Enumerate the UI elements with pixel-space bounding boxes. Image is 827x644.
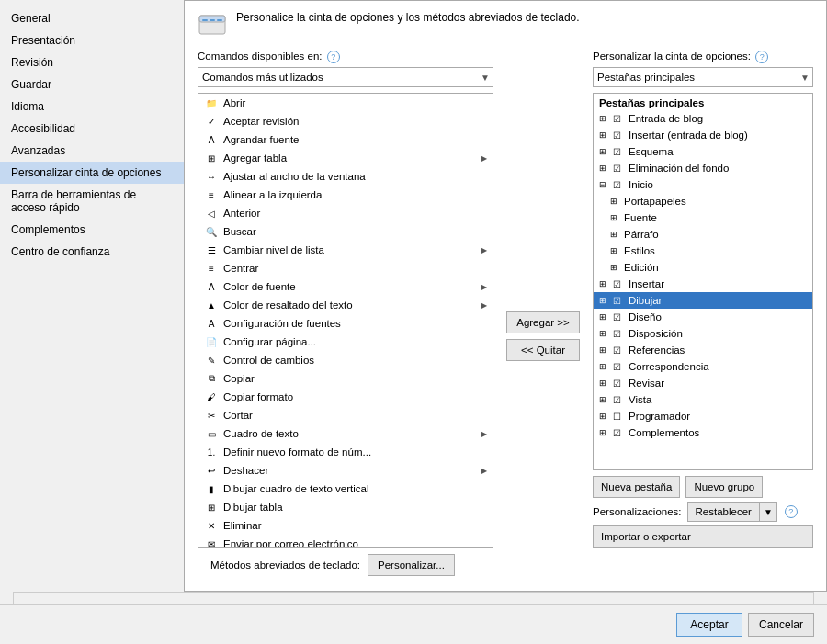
add-button[interactable]: Agregar >> (506, 311, 580, 333)
sidebar-item-presentacion[interactable]: Presentación (0, 29, 184, 51)
tree-item[interactable]: ⊞☑Diseño (594, 309, 812, 325)
list-item-label: Ajustar al ancho de la ventana (223, 171, 366, 182)
tree-item[interactable]: ⊞☑Eliminación del fondo (594, 160, 812, 176)
list-item[interactable]: AColor de fuente (198, 277, 493, 296)
sidebar-item-accesibilidad[interactable]: Accesibilidad (0, 118, 184, 140)
tree-item[interactable]: ⊞☑Insertar (594, 276, 812, 292)
tree-item[interactable]: ⊞☑Dibujar (594, 292, 812, 309)
panel-body: Comandos disponibles en: ? Comandos más … (198, 51, 813, 548)
list-item[interactable]: ≡Alinear a la izquierda (198, 186, 493, 204)
tree-item[interactable]: ⊞☑Referencias (594, 342, 812, 358)
sidebar-item-idioma[interactable]: Idioma (0, 96, 184, 118)
tree-item[interactable]: ⊞Estilos (594, 243, 812, 259)
list-item[interactable]: 1.Definir nuevo formato de núm... (198, 443, 493, 461)
list-item[interactable]: ⊞Agregar tabla (198, 149, 493, 167)
personalization-help-icon[interactable]: ? (785, 505, 798, 518)
list-item[interactable]: ↩Deshacer (198, 461, 493, 480)
tree-item[interactable]: ⊞☑Revisar (594, 375, 812, 391)
list-item[interactable]: ▭Cuadro de texto (198, 424, 493, 443)
new-group-button[interactable]: Nuevo grupo (685, 476, 763, 498)
tree-item-label: Referencias (629, 345, 807, 356)
sidebar-item-centro-confianza[interactable]: Centro de confianza (0, 241, 184, 263)
expand-icon: ⊞ (610, 213, 621, 222)
tree-item[interactable]: ⊞☑Esquema (594, 143, 812, 160)
ribbon-dropdown[interactable]: Pestañas principales (593, 67, 813, 87)
list-item[interactable]: ▲Color de resaltado del texto (198, 296, 493, 314)
tree-item-label: Edición (624, 262, 807, 273)
list-item[interactable]: ↔Ajustar al ancho de la ventana (198, 167, 493, 186)
list-item[interactable]: AConfiguración de fuentes (198, 314, 493, 333)
scrollbar-track[interactable] (14, 593, 813, 604)
main-panel: Personalice la cinta de opciones y los m… (184, 0, 827, 592)
sidebar-item-personalizar-cinta[interactable]: Personalizar cinta de opciones (0, 162, 184, 184)
expand-icon: ⊞ (599, 296, 610, 305)
new-tab-button[interactable]: Nueva pestaña (593, 476, 680, 498)
list-item-label: Agregar tabla (223, 153, 287, 164)
keyboard-label: Métodos abreviados de teclado: (210, 559, 360, 571)
ribbon-dropdown-wrapper: Pestañas principales ▼ (593, 67, 813, 87)
commands-list[interactable]: 📁Abrir✓Aceptar revisiónAAgrandar fuente⊞… (198, 93, 493, 548)
list-item-label: Copiar formato (223, 391, 293, 402)
list-item[interactable]: 📁Abrir (198, 94, 493, 112)
list-item[interactable]: ✉Enviar por correo electrónico (198, 535, 493, 548)
ribbon-tree[interactable]: Pestañas principales⊞☑Entrada de blog⊞☑I… (593, 93, 813, 470)
list-item[interactable]: ✎Control de cambios (198, 351, 493, 369)
list-item[interactable]: ✂Cortar (198, 406, 493, 424)
svg-rect-4 (217, 19, 222, 21)
commands-help-icon[interactable]: ? (327, 51, 340, 63)
list-item[interactable]: ✕Eliminar (198, 516, 493, 535)
sidebar-item-avanzadas[interactable]: Avanzadas (0, 140, 184, 162)
list-item-label: Dibujar tabla (223, 502, 283, 513)
tree-item[interactable]: ⊞☑Entrada de blog (594, 110, 812, 127)
sidebar-item-general[interactable]: General (0, 7, 184, 29)
list-item[interactable]: 📄Configurar página... (198, 333, 493, 351)
list-item[interactable]: 🔍Buscar (198, 222, 493, 241)
tree-item[interactable]: ⊞☑Complementos (594, 424, 812, 441)
checkbox-icon: ☑ (613, 147, 626, 157)
commands-dropdown[interactable]: Comandos más utilizados (198, 67, 493, 87)
sidebar-item-revision[interactable]: Revisión (0, 51, 184, 73)
import-export-button[interactable]: Importar o exportar (593, 525, 813, 548)
list-item[interactable]: AAgrandar fuente (198, 130, 493, 149)
tree-item[interactable]: ⊞☐Programador (594, 408, 812, 424)
cancel-button[interactable]: Cancelar (748, 613, 814, 637)
reset-dropdown-arrow[interactable]: ▼ (760, 502, 777, 522)
tree-item-label: Insertar (629, 278, 807, 289)
personalization-row: Personalizaciones: Restablecer ▼ ? (593, 502, 813, 522)
tree-item[interactable]: ⊞Edición (594, 259, 812, 276)
ribbon-help-icon[interactable]: ? (755, 51, 768, 63)
tree-item-label: Portapapeles (624, 196, 807, 207)
personalizar-button[interactable]: Personalizar... (368, 554, 455, 576)
list-item-icon: ✓ (204, 114, 219, 129)
checkbox-icon: ☑ (613, 130, 626, 141)
list-item[interactable]: ◁Anterior (198, 204, 493, 222)
tree-item[interactable]: ⊞☑Insertar (entrada de blog) (594, 127, 812, 143)
tree-item[interactable]: ⊞Fuente (594, 209, 812, 226)
list-item[interactable]: ≡Centrar (198, 259, 493, 277)
reset-button[interactable]: Restablecer (687, 502, 760, 522)
list-item[interactable]: ⧉Copiar (198, 369, 493, 388)
tree-item[interactable]: ⊞Párrafo (594, 226, 812, 243)
sidebar-item-barra-herramientas[interactable]: Barra de herramientas de acceso rápido (0, 184, 184, 219)
tree-item[interactable]: ⊞☑Correspondencia (594, 358, 812, 375)
list-item[interactable]: ▮Dibujar cuadro de texto vertical (198, 480, 493, 498)
list-item[interactable]: ⊞Dibujar tabla (198, 498, 493, 516)
tree-item[interactable]: ⊟☑Inicio (594, 176, 812, 193)
list-item[interactable]: 🖌Copiar formato (198, 388, 493, 406)
list-item[interactable]: ✓Aceptar revisión (198, 112, 493, 130)
list-item-icon: 🖌 (204, 390, 219, 404)
horizontal-scrollbar[interactable] (13, 592, 814, 604)
sidebar-item-guardar[interactable]: Guardar (0, 73, 184, 96)
tree-item[interactable]: ⊞☑Disposición (594, 325, 812, 342)
list-item[interactable]: ☰Cambiar nivel de lista (198, 241, 493, 259)
remove-button[interactable]: << Quitar (506, 339, 580, 361)
list-item-label: Centrar (223, 263, 258, 274)
tree-item[interactable]: ⊞☑Vista (594, 391, 812, 408)
checkbox-icon: ☑ (613, 279, 626, 289)
tree-item[interactable]: ⊞Portapapeles (594, 193, 812, 209)
sidebar-item-complementos[interactable]: Complementos (0, 219, 184, 241)
tree-item-label: Correspondencia (629, 361, 807, 372)
list-item-label: Cambiar nivel de lista (223, 244, 324, 255)
accept-button[interactable]: Aceptar (676, 613, 742, 637)
checkbox-icon: ☑ (613, 395, 626, 405)
